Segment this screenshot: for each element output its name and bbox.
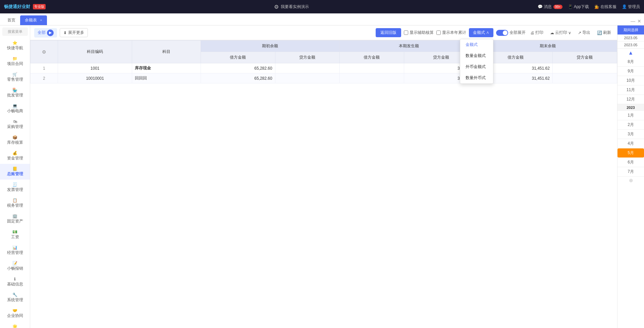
online-service-btn[interactable]: 💁 在线客服 xyxy=(594,4,616,10)
download-icon: 📱 xyxy=(568,4,573,9)
period-12[interactable]: 12月 xyxy=(618,95,644,104)
per-d-cell xyxy=(339,63,404,73)
period-5[interactable]: 5月 xyxy=(618,148,644,158)
return-old-btn[interactable]: 返回旧版 xyxy=(376,28,401,37)
message-btn[interactable]: 💬 消息 99+ xyxy=(538,4,562,10)
sidebar-item-retail[interactable]: 🛒 零售管理 xyxy=(0,69,30,85)
open-d-cell: 65,282.60 xyxy=(201,73,275,83)
sidebar-item-report[interactable]: 📝 小畅报销 xyxy=(0,258,30,274)
period-2[interactable]: 2月 xyxy=(618,120,644,130)
mode-option-qty-amount[interactable]: 数量金额式 xyxy=(460,50,493,61)
show-assist-checkbox[interactable]: 显示辅助核算 xyxy=(404,30,434,36)
sidebar-item-basic[interactable]: ℹ 基础信息 xyxy=(0,274,30,290)
sidebar-item-finance[interactable]: 💰 资金管理 xyxy=(0,148,30,164)
purchase-label: 采购管理 xyxy=(0,124,30,130)
col-settings[interactable]: ⚙ xyxy=(31,41,58,63)
mode-option-amount[interactable]: 金额式 xyxy=(460,39,493,50)
export-label: 导出 xyxy=(582,30,590,36)
mode-option-qty-foreign[interactable]: 数量外币式 xyxy=(460,72,493,83)
name-cell: 回回回 xyxy=(132,73,201,83)
show-assist-label: 显示辅助核算 xyxy=(410,30,434,36)
export-btn[interactable]: ↗ 导出 xyxy=(576,28,592,37)
app-version: 专业版 xyxy=(33,4,46,9)
purchase-icon: 🛍 xyxy=(0,119,30,124)
expand-all-toggle[interactable]: 全部展开 xyxy=(496,30,526,36)
period-year-2023: 2023 xyxy=(618,104,644,111)
period-nav-up[interactable]: ▲ xyxy=(618,49,644,57)
mode-option-foreign-amount[interactable]: 外币金额式 xyxy=(460,61,493,72)
sidebar-item-coop[interactable]: 🤝 企业协同 xyxy=(0,306,30,321)
period-1[interactable]: 1月 xyxy=(618,111,644,120)
period-collapse-btn[interactable]: ◎ xyxy=(618,177,644,184)
user-avatar[interactable]: 👤 管理员 xyxy=(622,4,640,10)
sidebar-item-tax[interactable]: 📋 税务管理 xyxy=(0,195,30,211)
cloud-print-btn[interactable]: ☁ 云打印 ∨ xyxy=(548,28,573,37)
col-opening-balance-header: 期初余额 xyxy=(201,41,340,52)
tab-close-icon[interactable]: × xyxy=(40,18,42,22)
export-icon: ↗ xyxy=(578,30,581,35)
period-6[interactable]: 6月 xyxy=(618,158,644,167)
sidebar-item-asset[interactable]: 🏢 固定资产 xyxy=(0,211,30,227)
message-icon: 💬 xyxy=(538,4,543,9)
period-8[interactable]: 8月 xyxy=(618,57,644,67)
code-cell: 1001 xyxy=(58,63,132,73)
ledger-label: 总账管理 xyxy=(0,171,30,177)
window-close-icon[interactable]: ✕ xyxy=(637,18,641,24)
toggle-switch-control[interactable] xyxy=(496,30,508,36)
demo-text[interactable]: 我要看实例演示 xyxy=(281,4,309,10)
tab-home[interactable]: 首页 xyxy=(3,15,20,25)
wholesale-label: 批发管理 xyxy=(0,92,30,98)
period-7[interactable]: 7月 xyxy=(618,167,644,177)
message-badge: 99+ xyxy=(553,5,562,9)
period-10[interactable]: 10月 xyxy=(618,76,644,85)
mode-btn[interactable]: 金额式 ∧ xyxy=(469,28,493,37)
sidebar-item-purchase[interactable]: 🛍 采购管理 xyxy=(0,117,30,132)
sidebar-item-quick-nav[interactable]: ⭐ 快捷导航 xyxy=(0,38,30,54)
nav-forward-icon[interactable]: ▶ xyxy=(47,29,54,36)
show-ytd-checkbox[interactable]: 显示本年累计 xyxy=(436,30,466,36)
top-bar-center: ⚙ 我要看实例演示 xyxy=(274,4,309,10)
tab-balance-sheet[interactable]: 余额表 × xyxy=(20,15,47,25)
sidebar-item-project[interactable]: 📁 项目合同 xyxy=(0,54,30,69)
mode-dropdown-menu: 金额式 数量金额式 外币金额式 数量外币式 xyxy=(460,39,493,84)
sidebar-item-wholesale[interactable]: 🏪 批发管理 xyxy=(0,85,30,101)
expand-more-btn[interactable]: ⬇ 展开更多 xyxy=(60,28,88,37)
period-4[interactable]: 4月 xyxy=(618,139,644,148)
open-c-cell xyxy=(275,73,339,83)
app-download-btn[interactable]: 📱 App下载 xyxy=(568,4,589,10)
asset-label: 固定资产 xyxy=(0,218,30,224)
sidebar-item-invoice[interactable]: 🧾 发票管理 xyxy=(0,180,30,195)
sidebar-item-guide[interactable]: 🌟 新手引导 xyxy=(0,321,30,328)
sidebar-search[interactable]: 搜索菜单 xyxy=(2,27,28,36)
project-icon: 📁 xyxy=(0,56,30,61)
open-c-cell xyxy=(275,63,339,73)
window-minimize-icon[interactable]: — xyxy=(631,18,635,24)
nav-all-btn[interactable]: 全部 ▶ xyxy=(34,28,57,38)
online-service-label: 在线客服 xyxy=(600,4,616,10)
period-3[interactable]: 3月 xyxy=(618,130,644,139)
inventory-icon: 📦 xyxy=(0,135,30,140)
top-bar-right: 💬 消息 99+ 📱 App下载 💁 在线客服 👤 管理员 xyxy=(538,4,640,10)
app-download-label: App下载 xyxy=(574,4,589,10)
sidebar-item-inventory[interactable]: 📦 库存核算 xyxy=(0,132,30,148)
period-11[interactable]: 11月 xyxy=(618,85,644,95)
row-num-cell: 2 xyxy=(31,73,58,83)
sidebar-item-business[interactable]: 📊 经营管理 xyxy=(0,243,30,258)
ytd-checkbox-input[interactable] xyxy=(436,30,441,35)
basic-icon: ℹ xyxy=(0,277,30,281)
sidebar-item-ledger[interactable]: 📒 总账管理 xyxy=(0,164,30,180)
period-9[interactable]: 9月 xyxy=(618,67,644,76)
print-btn[interactable]: 🖨 打印 xyxy=(528,28,545,37)
sidebar-item-ecommerce[interactable]: 💻 小畅电商 xyxy=(0,101,30,117)
sidebar-item-salary[interactable]: 💵 工资 xyxy=(0,227,30,243)
settings-icon[interactable]: ⚙ xyxy=(274,4,279,10)
refresh-btn[interactable]: 🔄 刷新 xyxy=(595,28,613,37)
report-label: 小畅报销 xyxy=(0,266,30,271)
expand-all-label: 全部展开 xyxy=(509,30,526,36)
name-cell: 库存现金 xyxy=(132,63,201,73)
balance-table: ⚙ 科目编码 科目 期初余额 本期发生额 期末余额 借方金额 贷方金额 借方金额… xyxy=(30,40,617,83)
sidebar: 搜索菜单 ⭐ 快捷导航 📁 项目合同 🛒 零售管理 🏪 批发管理 💻 小畅电商 … xyxy=(0,25,30,328)
invoice-label: 发票管理 xyxy=(0,187,30,193)
assist-checkbox-input[interactable] xyxy=(404,30,408,35)
sidebar-item-system[interactable]: 🔧 系统管理 xyxy=(0,290,30,306)
